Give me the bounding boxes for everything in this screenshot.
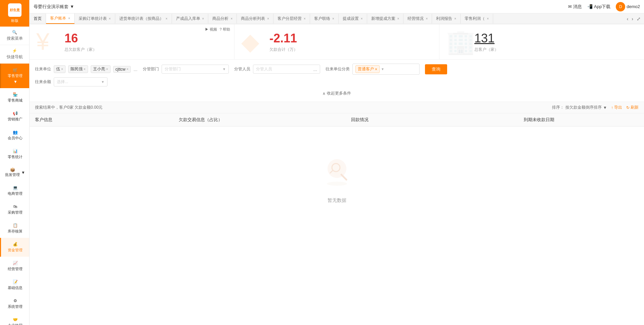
tabs-expand-btn[interactable]: ⤢ (635, 15, 642, 22)
filter-tag-chen-close[interactable]: × (84, 67, 86, 71)
tab-purchase-close[interactable]: × (109, 17, 111, 21)
search-icon: 🔍 (12, 30, 17, 35)
query-button[interactable]: 查询 (425, 64, 447, 74)
export-btn[interactable]: ↑ 导出 (611, 105, 622, 110)
sidebar-item-inventory[interactable]: 📋 库存核算 (0, 219, 29, 238)
tab-new-promotion-plan[interactable]: 新增提成方案 × (367, 14, 404, 24)
sidebar-item-system[interactable]: ⚙ 系统管理 (0, 294, 29, 313)
sidebar-item-retail-mgmt[interactable]: 🛒 零售管理 ▼ (0, 64, 29, 88)
stat-total-all-customers-label: 总客户（家） (474, 47, 499, 52)
tab-purchase-order-stats[interactable]: 采购订单统计表 × (75, 14, 115, 24)
tab-home[interactable]: 首页 (30, 14, 46, 24)
empty-icon (320, 153, 354, 193)
tab-new-promotion-plan-label: 新增提成方案 (371, 16, 395, 22)
table-header: 客户信息 欠款交易信息（占比） 回款情况 到期未收款日期 (30, 113, 644, 127)
sidebar-item-retail-mall[interactable]: 🏪 零售商城 (0, 88, 29, 107)
tab-promotion-settings-label: 提成设置 (343, 16, 359, 22)
tab-customer-contact-close[interactable]: × (332, 17, 334, 21)
sidebar: 好生意 标版 🔍 搜索菜单 ⚡ 快捷导航 🛒 零售管理 ▼ 🏪 零售商城 📢 营… (0, 0, 30, 325)
sidebar-item-corp-coop[interactable]: 🤝 企业协同 (0, 313, 29, 325)
refresh-btn[interactable]: ↻ 刷新 (626, 105, 639, 110)
retail-mall-label: 零售商城 (8, 98, 23, 103)
person-placeholder: 分管人员 (256, 66, 312, 72)
tab-product-analysis-list[interactable]: 商品分析列表 × (237, 14, 273, 24)
tab-production-inbound-label: 产成品入库单 (176, 16, 200, 22)
person-filter-dots[interactable]: ... (313, 67, 317, 72)
tab-new-promotion-plan-close[interactable]: × (397, 17, 399, 21)
stat-total-all-customers: 🏢 131 总客户（家） (439, 24, 644, 59)
store-selector[interactable]: 母婴行业演示账套 ▼ (34, 4, 74, 10)
dept-filter-select[interactable]: 分管部门 ▼ (162, 65, 229, 74)
tab-home-label: 首页 (34, 16, 42, 22)
tab-production-inbound[interactable]: 产成品入库单 × (172, 14, 209, 24)
quick-nav-label: 快捷导航 (7, 54, 23, 60)
refresh-icon: ↻ (626, 105, 630, 110)
tab-customer-accounts[interactable]: 客户账本 × (46, 13, 75, 24)
search-menu-item[interactable]: 🔍 搜索菜单 (0, 27, 29, 45)
tab-customer-accounts-close[interactable]: × (68, 16, 70, 20)
filter-tag-cjttcw-close[interactable]: × (127, 67, 129, 71)
tab-inbound-stats[interactable]: 进货单统计表（按商品） × (115, 14, 172, 24)
wholesale-label: 批发管理 (5, 172, 20, 177)
sidebar-item-basic-info[interactable]: 📝 基础信息 (0, 276, 29, 294)
sidebar-item-marketing[interactable]: 📢 营销推广 (0, 107, 29, 126)
filter-row-1: 往来单位 伍 × 陈民强 × 王小亮 × cjttcw × ... (35, 64, 639, 75)
user-profile[interactable]: D demo2 (616, 2, 640, 11)
tab-production-close[interactable]: × (202, 17, 204, 21)
sidebar-logo[interactable]: 好生意 标版 (0, 0, 29, 27)
results-actions: 排序： 按欠款金额倒序排序 ▼ ↑ 导出 ↻ 刷新 (552, 105, 639, 110)
sidebar-item-retail-stats[interactable]: 📊 零售统计 (0, 145, 29, 164)
sidebar-item-ecommerce[interactable]: 💻 电商管理 (0, 181, 29, 200)
tab-product-analysis[interactable]: 商品分析 × (208, 14, 237, 24)
tab-retail-profit[interactable]: 零售利润（ × (461, 14, 493, 24)
person-filter-select[interactable]: 分管人员 ... (253, 65, 320, 74)
logo-text: 标版 (11, 18, 18, 23)
sidebar-item-members[interactable]: 👥 会员中心 (0, 126, 29, 145)
tab-promotion-settings-close[interactable]: × (361, 17, 363, 21)
purchase-label: 采购管理 (8, 210, 23, 215)
sidebar-item-operations[interactable]: 📈 经营管理 (0, 257, 29, 276)
dept-chevron-icon: ▼ (222, 67, 226, 71)
tab-profit-report[interactable]: 利润报告 × (432, 14, 461, 24)
filter-tag-cjttcw[interactable]: cjttcw × (113, 66, 131, 73)
tab-customer-tier[interactable]: 客户分层经营 × (273, 14, 310, 24)
sidebar-item-finance[interactable]: 💰 资金管理 (0, 238, 29, 257)
collapse-btn[interactable]: ∧ 收起更多条件 (320, 89, 354, 98)
filter-tag-normal-customer[interactable]: 普通客户 × (355, 65, 380, 73)
filter-tag-chen[interactable]: 陈民强 × (68, 65, 88, 73)
balance-filter-select[interactable]: 选择... ▼ (54, 77, 108, 86)
filter-tag-normal-close[interactable]: × (375, 67, 377, 72)
filter-tag-wu-close[interactable]: × (61, 67, 63, 71)
sort-select[interactable]: 排序： 按欠款金额倒序排序 ▼ (552, 105, 607, 110)
app-download-action[interactable]: 📲 App下载 (587, 4, 610, 10)
tab-operations-status-close[interactable]: × (426, 17, 428, 21)
operations-label: 经营管理 (8, 266, 23, 272)
quick-nav-item[interactable]: ⚡ 快捷导航 (0, 45, 29, 64)
tab-promotion-settings[interactable]: 提成设置 × (339, 14, 367, 24)
sidebar-item-purchase[interactable]: 🛍 采购管理 (0, 200, 29, 219)
unit-type-filter-select[interactable]: 普通客户 × ▼ (352, 64, 420, 75)
tab-operations-status[interactable]: 经营情况 × (403, 14, 432, 24)
tab-customer-tier-close[interactable]: × (304, 17, 306, 21)
tab-customer-contact[interactable]: 客户联络 × (310, 14, 339, 24)
message-icon: ✉ (568, 4, 572, 9)
tab-retail-profit-close[interactable]: × (487, 17, 489, 21)
video-help-link[interactable]: ▶ 视频 (205, 27, 217, 32)
balance-filter-label: 往来余额 (35, 79, 51, 85)
tab-inbound-close[interactable]: × (166, 17, 168, 21)
filter-tag-wang[interactable]: 王小亮 × (91, 65, 111, 73)
retail-mgmt-icon: 🛒 (13, 68, 18, 72)
help-link[interactable]: ? 帮助 (220, 27, 230, 32)
wholesale-icon: 📦 (10, 168, 15, 172)
marketing-label: 营销推广 (8, 117, 23, 122)
filter-more-btn[interactable]: ... (133, 67, 137, 72)
tab-product-analysis-close[interactable]: × (230, 17, 232, 21)
tab-profit-report-close[interactable]: × (454, 17, 456, 21)
tabs-prev-btn[interactable]: ‹ (626, 15, 630, 22)
filter-tag-wu[interactable]: 伍 × (54, 65, 66, 73)
tabs-next-btn[interactable]: › (630, 15, 635, 22)
filter-tag-wang-close[interactable]: × (106, 67, 108, 71)
sidebar-item-wholesale[interactable]: 📦 批发管理 ▼ (0, 164, 29, 181)
message-action[interactable]: ✉ 消息 (568, 4, 582, 10)
tab-product-analysis-list-close[interactable]: × (267, 17, 269, 21)
